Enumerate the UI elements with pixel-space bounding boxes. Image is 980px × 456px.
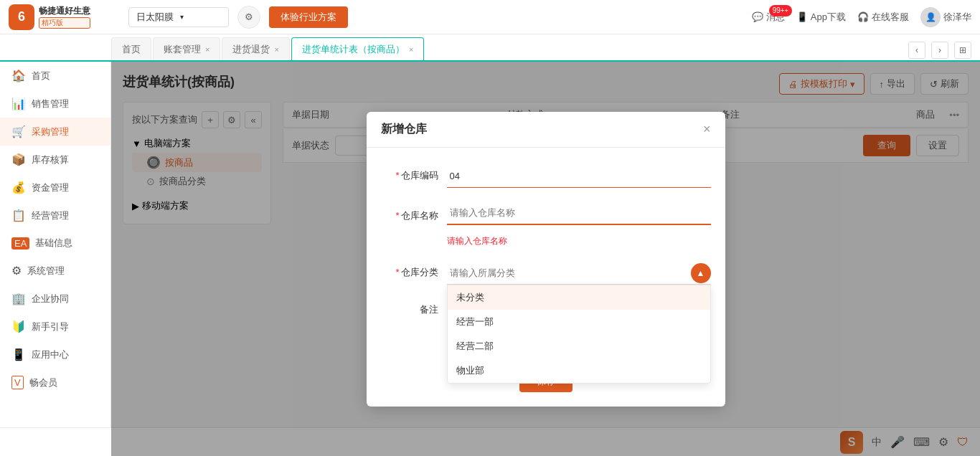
app-logo-icon: 6: [9, 4, 34, 30]
sidebar-item-vip[interactable]: V 畅会员: [0, 369, 110, 396]
top-header: 6 畅捷通好生意 精巧版 日太阳膜 ▾ ⚙ 体验行业方案 💬 消息 99++ 📱…: [0, 0, 980, 34]
phone-icon: 📱: [796, 11, 808, 22]
modal-overlay: 新增仓库 × 仓库编码 仓库名称: [111, 62, 980, 456]
store-name: 日太阳膜: [136, 11, 177, 24]
sidebar-item-home[interactable]: 🏠 首页: [0, 62, 110, 90]
category-select-wrap: ▲ 未分类 经营一部 经营二部 物业部: [447, 262, 711, 285]
appcenter-icon: 📱: [11, 348, 26, 361]
message-badge: 99++: [769, 5, 792, 16]
tab-bar: 首页 账套管理 × 进货退货 × 进货单统计表（按商品） × ‹ › ⊞: [0, 34, 980, 62]
sidebar-item-enterprise[interactable]: 🏢 企业协同: [0, 285, 110, 313]
tab-home[interactable]: 首页: [111, 37, 151, 60]
tab-account[interactable]: 账套管理 ×: [153, 37, 220, 60]
category-input[interactable]: [447, 262, 711, 285]
remarks-label: 备注: [381, 299, 438, 316]
online-service-item[interactable]: 🎧 在线客服: [857, 11, 909, 24]
basic-info-icon: EA: [11, 237, 29, 250]
sidebar-item-management[interactable]: 📋 经营管理: [0, 201, 110, 229]
name-label: 仓库名称: [381, 205, 438, 222]
user-item[interactable]: 👤 徐泽华: [920, 7, 971, 27]
trial-button[interactable]: 体验行业方案: [269, 6, 348, 28]
tab-close-active-icon[interactable]: ×: [409, 45, 413, 54]
headset-icon: 🎧: [857, 11, 869, 22]
sidebar-item-sales[interactable]: 📊 销售管理: [0, 90, 110, 118]
tab-menu-btn[interactable]: ⊞: [954, 42, 971, 59]
form-row-name: 仓库名称 请输入仓库名称: [381, 202, 711, 247]
home-icon: 🏠: [11, 69, 26, 82]
dropdown-item-dept2[interactable]: 经营二部: [448, 334, 710, 358]
name-error-row: 请输入仓库名称: [381, 235, 507, 247]
modal-header: 新增仓库 ×: [367, 112, 725, 148]
sales-icon: 📊: [11, 97, 26, 110]
code-label: 仓库编码: [381, 165, 438, 182]
sidebar-item-finance[interactable]: 💰 资金管理: [0, 174, 110, 201]
category-toggle-btn[interactable]: ▲: [691, 263, 711, 283]
chevron-down-icon: ▾: [180, 13, 221, 21]
tab-close-icon[interactable]: ×: [205, 45, 209, 54]
sidebar-item-system[interactable]: ⚙ 系统管理: [0, 257, 110, 285]
new-warehouse-modal: 新增仓库 × 仓库编码 仓库名称: [367, 112, 725, 407]
modal-body: 仓库编码 仓库名称 请输入仓库名称: [367, 148, 725, 371]
tab-purchase-stats[interactable]: 进货单统计表（按商品） ×: [291, 37, 424, 60]
sidebar-item-appcenter[interactable]: 📱 应用中心: [0, 341, 110, 369]
app-download-item[interactable]: 📱 App下载: [796, 11, 846, 24]
messages-item[interactable]: 💬 消息 99++: [752, 11, 785, 24]
logo-badge: 精巧版: [39, 17, 90, 29]
management-icon: 📋: [11, 209, 26, 222]
store-selector[interactable]: 日太阳膜 ▾: [128, 7, 229, 27]
sidebar-item-basic-info[interactable]: EA 基础信息: [0, 229, 110, 257]
main-layout: 🏠 首页 📊 销售管理 🛒 采购管理 📦 库存核算 💰 资金管理 📋 经营管理 …: [0, 62, 980, 456]
header-right: 💬 消息 99++ 📱 App下载 🎧 在线客服 👤 徐泽华: [752, 7, 971, 27]
user-name: 徐泽华: [943, 11, 971, 24]
guide-icon: 🔰: [11, 320, 26, 333]
warehouse-name-input[interactable]: [447, 202, 711, 225]
user-avatar: 👤: [920, 7, 941, 27]
sidebar-item-purchase[interactable]: 🛒 采购管理: [0, 118, 110, 146]
form-row-category: 仓库分类 ▲ 未分类 经营一部 经营二部 物业部: [381, 262, 711, 285]
category-label: 仓库分类: [381, 262, 438, 279]
online-service-label: 在线客服: [872, 11, 909, 24]
tab-close-icon[interactable]: ×: [274, 45, 278, 54]
modal-close-button[interactable]: ×: [703, 122, 711, 137]
dropdown-item-dept3[interactable]: 物业部: [448, 358, 710, 383]
finance-icon: 💰: [11, 181, 26, 194]
tab-controls: ‹ › ⊞: [908, 42, 980, 60]
sidebar-item-inventory[interactable]: 📦 库存核算: [0, 146, 110, 174]
category-dropdown: 未分类 经营一部 经营二部 物业部: [447, 285, 711, 384]
dropdown-item-dept1[interactable]: 经营一部: [448, 310, 710, 334]
sidebar-item-guide[interactable]: 🔰 新手引导: [0, 313, 110, 341]
vip-icon: V: [11, 376, 24, 389]
tab-left-btn[interactable]: ‹: [908, 42, 925, 59]
settings-icon[interactable]: ⚙: [237, 6, 260, 29]
tab-purchase-return[interactable]: 进货退货 ×: [222, 37, 289, 60]
app-download-label: App下载: [811, 11, 846, 24]
enterprise-icon: 🏢: [11, 292, 26, 305]
name-error-msg: 请输入仓库名称: [447, 236, 507, 246]
logo-text: 畅捷通好生意 精巧版: [39, 5, 90, 29]
system-icon: ⚙: [11, 264, 22, 277]
purchase-icon: 🛒: [11, 125, 26, 138]
dropdown-item-uncategorized[interactable]: 未分类: [448, 285, 710, 310]
sidebar: 🏠 首页 📊 销售管理 🛒 采购管理 📦 库存核算 💰 资金管理 📋 经营管理 …: [0, 62, 111, 456]
logo-area: 6 畅捷通好生意 精巧版: [9, 4, 120, 30]
message-icon: 💬: [752, 11, 763, 22]
warehouse-code-input[interactable]: [447, 165, 711, 188]
content-area: 进货单统计(按商品) 🖨 按模板打印 ▾ ↑ 导出 ↺ 刷新 按以下方案查询: [111, 62, 980, 456]
form-row-code: 仓库编码: [381, 165, 711, 188]
tab-right-btn[interactable]: ›: [931, 42, 948, 59]
inventory-icon: 📦: [11, 153, 26, 166]
name-input-row: 仓库名称: [381, 202, 711, 225]
modal-title: 新增仓库: [381, 122, 427, 137]
